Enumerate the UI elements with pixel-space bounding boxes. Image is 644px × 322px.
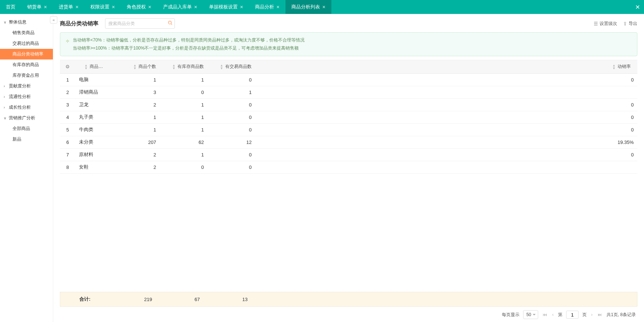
page-input[interactable] <box>566 311 579 319</box>
table-row[interactable]: 7原材料2100 <box>60 148 637 161</box>
sidebar-item-0-4[interactable]: 库存资金占用 <box>0 70 53 81</box>
table-row[interactable]: 2滞销商品301 <box>60 86 637 98</box>
row-index: 8 <box>60 161 75 173</box>
row-stock: 62 <box>160 136 208 148</box>
col-header-stock[interactable]: ▲▼ 有库存商品数 <box>160 60 208 73</box>
row-stock: 1 <box>160 73 208 86</box>
table-row[interactable]: 3卫龙2100 <box>60 98 637 111</box>
row-rate: 0 <box>255 98 637 111</box>
sidebar-group-label: 成长性分析 <box>9 104 31 111</box>
row-stock: 1 <box>160 98 208 111</box>
row-rate: 0 <box>255 148 637 161</box>
set-level-button[interactable]: ☰ 设置级次 <box>594 21 617 27</box>
table-row[interactable]: 6未分类207621219.35% <box>60 136 637 148</box>
page-first-button[interactable]: ⏮ <box>542 312 548 317</box>
row-rate <box>255 161 637 173</box>
row-rate: 0 <box>255 73 637 86</box>
row-count: 2 <box>112 161 160 173</box>
sort-icon: ▲▼ <box>84 64 88 70</box>
row-stock: 0 <box>160 86 208 98</box>
close-icon[interactable]: ✕ <box>44 5 47 10</box>
close-all-tabs-button[interactable]: ✕ <box>631 0 644 14</box>
sidebar-group-1[interactable]: ›贡献度分析 <box>0 81 53 91</box>
table-row[interactable]: 1电脑1100 <box>60 73 637 86</box>
sidebar-collapse-button[interactable]: « <box>50 16 57 23</box>
sidebar-group-0[interactable]: ∨整体信息 <box>0 17 53 28</box>
col-header-stock-label: 有库存商品数 <box>177 64 204 69</box>
row-stock: 1 <box>160 148 208 161</box>
table-settings-button[interactable]: ⚙ <box>60 60 75 73</box>
tab-label: 进货单 <box>59 4 73 10</box>
per-page-select[interactable]: 50 <box>523 310 538 319</box>
tab-3[interactable]: 权限设置✕ <box>84 0 121 14</box>
row-count: 207 <box>112 136 160 148</box>
row-trade: 0 <box>208 148 255 161</box>
page-last-button[interactable]: ⏭ <box>597 312 603 317</box>
tab-8[interactable]: 商品分析列表✕ <box>285 0 331 14</box>
export-button[interactable]: ⇪ 导出 <box>623 21 637 27</box>
close-icon[interactable]: ✕ <box>148 5 151 10</box>
search-icon[interactable] <box>168 20 173 26</box>
page-prev-button[interactable]: ‹ <box>551 312 554 317</box>
sidebar-item-0-0[interactable]: 销售类商品 <box>0 28 53 38</box>
close-icon[interactable]: ✕ <box>112 5 115 10</box>
tab-6[interactable]: 单据模板设置✕ <box>203 0 249 14</box>
col-header-rate[interactable]: ▲▼ 动销率 <box>255 60 637 73</box>
page-title: 商品分类动销率 <box>60 20 98 27</box>
sidebar-group-3[interactable]: ›成长性分析 <box>0 102 53 113</box>
totals-count: 219 <box>112 297 160 302</box>
tab-4[interactable]: 角色授权✕ <box>121 0 157 14</box>
sidebar-item-4-1[interactable]: 新品 <box>0 134 53 145</box>
chevron-right-icon: › <box>4 105 9 109</box>
col-header-name[interactable]: ▲▼ 商品… <box>75 60 112 73</box>
row-index: 7 <box>60 148 75 161</box>
row-index: 4 <box>60 111 75 123</box>
row-trade: 1 <box>208 86 255 98</box>
table-row[interactable]: 5牛肉类1100 <box>60 123 637 136</box>
tab-label: 产成品入库单 <box>163 4 192 10</box>
sort-icon: ▲▼ <box>172 64 176 70</box>
sidebar-group-label: 整体信息 <box>9 19 26 25</box>
search-wrap <box>105 18 175 29</box>
tab-2[interactable]: 进货单✕ <box>53 0 84 14</box>
chevron-left-icon: « <box>53 18 55 22</box>
sort-icon: ▲▼ <box>612 64 616 70</box>
tip-box: ✧ 当动销率<70%：动销率偏低，分析是否存在品种过多，特别是同质同类品种过多，… <box>60 32 637 56</box>
sidebar-group-2[interactable]: ›流通性分析 <box>0 91 53 102</box>
tab-7[interactable]: 商品分析✕ <box>249 0 285 14</box>
table-row[interactable]: 4丸子类1100 <box>60 111 637 123</box>
header-actions: ☰ 设置级次 ⇪ 导出 <box>594 21 637 27</box>
close-icon[interactable]: ✕ <box>322 5 325 10</box>
sidebar-group-label: 贡献度分析 <box>9 83 31 89</box>
col-header-trade[interactable]: ▲▼ 有交易商品数 <box>208 60 255 73</box>
tab-1[interactable]: 销货单✕ <box>21 0 53 14</box>
tab-0[interactable]: 首页 <box>0 0 21 14</box>
table-row[interactable]: 8女鞋200 <box>60 161 637 173</box>
close-icon[interactable]: ✕ <box>240 5 243 10</box>
col-header-count[interactable]: ▲▼ 商品个数 <box>112 60 160 73</box>
row-trade: 0 <box>208 161 255 173</box>
chevron-down-icon: ∨ <box>4 116 9 120</box>
tab-label: 商品分析 <box>255 4 274 10</box>
row-name: 牛肉类 <box>75 123 112 136</box>
page-label-suf: 页 <box>582 312 587 318</box>
page-next-button[interactable]: › <box>590 312 593 317</box>
per-page-label: 每页显示 <box>502 312 519 318</box>
sidebar-item-0-2[interactable]: 商品分类动销率 <box>0 49 53 59</box>
row-name: 女鞋 <box>75 161 112 173</box>
row-rate: 0 <box>255 123 637 136</box>
tabbar-spacer <box>331 0 631 14</box>
sidebar-item-0-1[interactable]: 交易过的商品 <box>0 38 53 49</box>
tab-5[interactable]: 产成品入库单✕ <box>157 0 203 14</box>
close-icon[interactable]: ✕ <box>276 5 280 10</box>
sidebar-item-0-3[interactable]: 有库存的商品 <box>0 59 53 70</box>
close-icon[interactable]: ✕ <box>194 5 197 10</box>
sidebar-group-label: 营销推广分析 <box>9 115 35 121</box>
close-icon[interactable]: ✕ <box>75 5 79 10</box>
page-summary: 共1页, 8条记录 <box>607 312 636 318</box>
sidebar-group-4[interactable]: ∨营销推广分析 <box>0 113 53 123</box>
main-panel: 商品分类动销率 ☰ 设置级次 ⇪ 导出 ✧ <box>53 14 644 322</box>
export-label: 导出 <box>629 21 637 27</box>
search-input[interactable] <box>105 18 175 29</box>
sidebar-item-4-0[interactable]: 全部商品 <box>0 123 53 134</box>
